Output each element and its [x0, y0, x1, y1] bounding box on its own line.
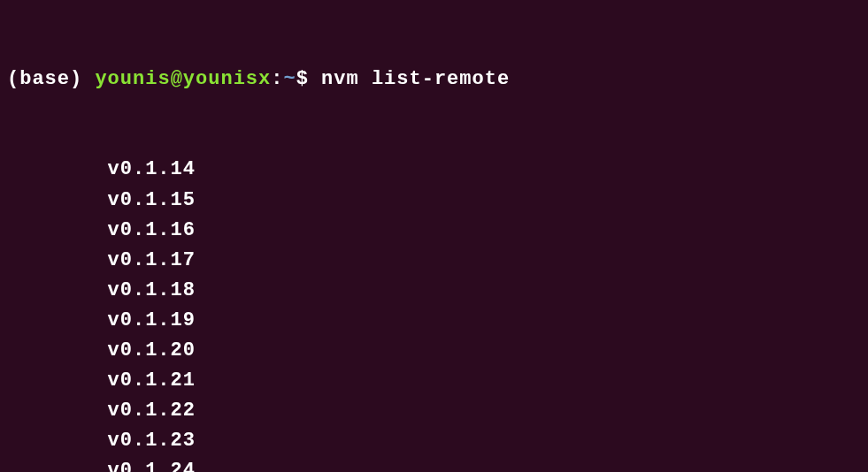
- output-line: v0.1.22: [7, 396, 861, 426]
- prompt-colon: :: [271, 68, 283, 90]
- prompt-line: (base) younis@younisx:~$ nvm list-remote: [7, 65, 861, 95]
- output-line: v0.1.19: [7, 306, 861, 336]
- output-line: v0.1.14: [7, 155, 861, 185]
- output-line: v0.1.16: [7, 216, 861, 246]
- env-prefix: (base): [7, 68, 95, 90]
- prompt-dollar: $: [296, 68, 321, 90]
- command-text: nvm list-remote: [321, 68, 510, 90]
- output-line: v0.1.24: [7, 456, 861, 472]
- output-line: v0.1.20: [7, 336, 861, 366]
- output-line: v0.1.18: [7, 276, 861, 306]
- output-line: v0.1.15: [7, 186, 861, 216]
- output-line: v0.1.23: [7, 426, 861, 456]
- prompt-path: ~: [283, 68, 296, 90]
- output-line: v0.1.17: [7, 246, 861, 276]
- output-line: v0.1.21: [7, 366, 861, 396]
- terminal[interactable]: (base) younis@younisx:~$ nvm list-remote…: [7, 4, 861, 472]
- user-host: younis@younisx: [95, 68, 271, 90]
- output-list: v0.1.14v0.1.15v0.1.16v0.1.17v0.1.18v0.1.…: [7, 155, 861, 472]
